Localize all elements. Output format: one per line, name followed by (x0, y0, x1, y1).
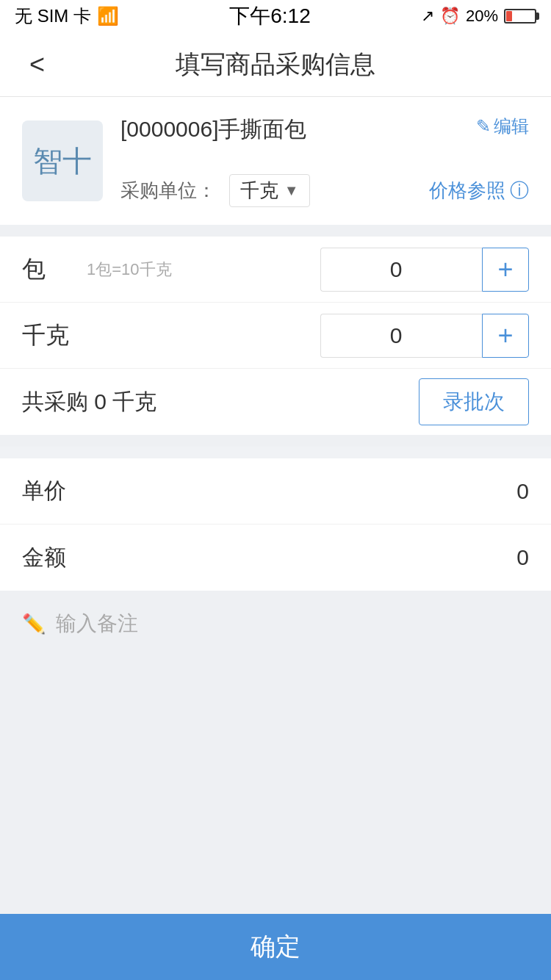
bag-plus-button[interactable]: + (482, 248, 529, 292)
summary-text: 共采购 0 千克 (22, 387, 156, 417)
amount-row: 金额 0 (0, 525, 551, 591)
amount-label: 金额 (22, 543, 66, 573)
back-button[interactable]: < (22, 42, 52, 87)
amount-value: 0 (516, 545, 529, 570)
location-icon: ↗ (421, 7, 434, 26)
summary-prefix: 共采购 (22, 389, 88, 414)
page-title: 填写商品采购信息 (176, 48, 375, 82)
confirm-label: 确定 (251, 930, 300, 964)
product-name: [0000006]手撕面包 (120, 115, 306, 145)
product-unit-row: 采购单位： 千克 ▼ 价格参照 ⓘ (120, 174, 529, 207)
price-section: 单价 0 金额 0 (0, 458, 551, 591)
chevron-down-icon: ▼ (284, 182, 299, 199)
battery-pct: 20% (466, 7, 498, 26)
notes-section[interactable]: ✏️ 输入备注 (0, 591, 551, 657)
unit-price-label: 单价 (22, 476, 66, 506)
product-top-row: [0000006]手撕面包 ✎ 编辑 (120, 115, 529, 159)
product-card: 智十 [0000006]手撕面包 ✎ 编辑 采购单位： 千克 ▼ (0, 97, 551, 225)
product-image: 智十 (22, 120, 103, 201)
product-logo: 智十 (33, 141, 92, 181)
bag-sublabel: 1包=10千克 (87, 259, 320, 281)
divider-2 (0, 435, 551, 447)
blank-area (0, 657, 551, 914)
product-info: [0000006]手撕面包 ✎ 编辑 采购单位： 千克 ▼ 价格参照 ⓘ (120, 115, 529, 207)
summary-amount-value: 0 (94, 389, 107, 414)
price-ref-button[interactable]: 价格参照 ⓘ (429, 178, 529, 203)
price-ref-label: 价格参照 (429, 178, 505, 203)
unit-selector-group: 采购单位： 千克 ▼ (120, 174, 310, 207)
question-icon: ⓘ (510, 178, 529, 203)
nav-bar: < 填写商品采购信息 (0, 32, 551, 97)
kg-input-wrap: + (320, 314, 529, 358)
record-batch-button[interactable]: 录批次 (419, 378, 529, 425)
bag-input-row: 包 1包=10千克 + (0, 237, 551, 303)
unit-value: 千克 (240, 178, 278, 203)
alarm-icon: ⏰ (440, 7, 460, 26)
kg-label: 千克 (22, 320, 81, 352)
edit-icon: ✎ (476, 116, 491, 137)
kg-input-row: 千克 + (0, 303, 551, 369)
edit-button[interactable]: ✎ 编辑 (476, 115, 529, 138)
battery-fill (506, 11, 512, 21)
sim-status: 无 SIM 卡 (15, 4, 91, 28)
status-bar: 无 SIM 卡 📶 下午6:12 ↗ ⏰ 20% (0, 0, 551, 32)
confirm-button[interactable]: 确定 (0, 914, 551, 980)
unit-price-row: 单价 0 (0, 458, 551, 525)
notes-placeholder: 输入备注 (56, 610, 138, 638)
status-right: ↗ ⏰ 20% (421, 7, 536, 26)
kg-input[interactable] (320, 314, 482, 358)
kg-plus-button[interactable]: + (482, 314, 529, 358)
time-display: 下午6:12 (229, 2, 311, 30)
unit-select[interactable]: 千克 ▼ (229, 174, 310, 207)
wifi-icon: 📶 (97, 6, 119, 26)
pencil-icon: ✏️ (22, 613, 46, 635)
summary-unit-label: 千克 (112, 389, 156, 414)
battery-icon (504, 9, 536, 24)
bag-label: 包 (22, 253, 81, 286)
edit-label: 编辑 (494, 115, 529, 138)
summary-row: 共采购 0 千克 录批次 (0, 369, 551, 435)
bag-input[interactable] (320, 248, 482, 292)
status-left: 无 SIM 卡 📶 (15, 4, 119, 28)
input-section: 包 1包=10千克 + 千克 + (0, 237, 551, 369)
bag-input-wrap: + (320, 248, 529, 292)
unit-label: 采购单位： (120, 179, 216, 201)
unit-price-value: 0 (516, 479, 529, 504)
divider-1 (0, 225, 551, 237)
